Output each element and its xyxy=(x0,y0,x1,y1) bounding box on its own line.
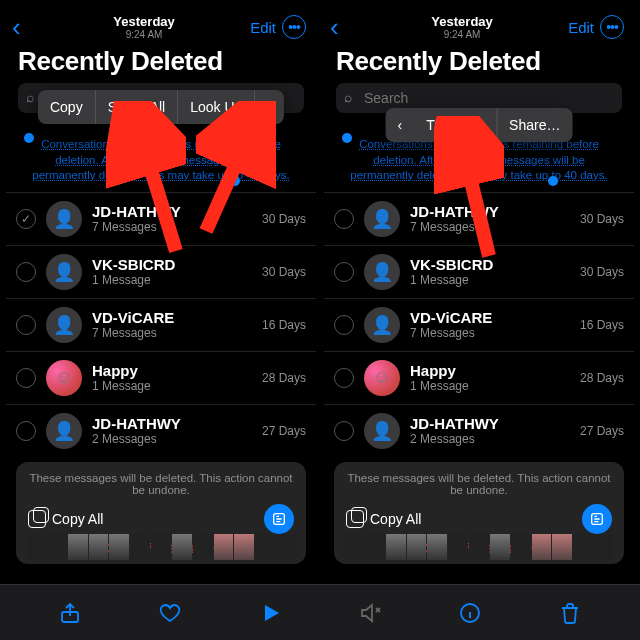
more-menu-icon[interactable]: ••• xyxy=(282,15,306,39)
page-title: Recently Deleted xyxy=(324,46,634,83)
avatar-photo: ☺ xyxy=(364,360,400,396)
nav-title: Yesterday 9:24 AM xyxy=(356,14,568,40)
edit-button[interactable]: Edit xyxy=(568,19,594,36)
row-checkbox[interactable] xyxy=(334,421,354,441)
search-icon: ⌕ xyxy=(26,89,34,105)
days-remaining: 16 Days xyxy=(262,318,306,332)
menu-copy[interactable]: Copy xyxy=(38,90,96,124)
days-remaining: 30 Days xyxy=(262,265,306,279)
list-item[interactable]: ☺ Happy1 Message 28 Days xyxy=(324,351,634,404)
row-checkbox[interactable] xyxy=(334,209,354,229)
copy-all-button[interactable]: Copy All xyxy=(28,510,103,528)
share-bubble-icon[interactable] xyxy=(582,504,612,534)
delete-warning-sheet: These messages will be deleted. This act… xyxy=(334,462,624,564)
more-menu-icon[interactable]: ••• xyxy=(600,15,624,39)
avatar-icon: 👤 xyxy=(46,254,82,290)
nav-title: Yesterday 9:24 AM xyxy=(38,14,250,40)
row-checkbox[interactable] xyxy=(334,368,354,388)
avatar-icon: 👤 xyxy=(46,307,82,343)
video-scrubber[interactable] xyxy=(26,534,296,560)
top-nav: ‹ Yesterday 9:24 AM Edit ••• xyxy=(6,6,316,46)
copy-all-button[interactable]: Copy All xyxy=(346,510,421,528)
list-item[interactable]: 👤 JD-HATHWY2 Messages 27 Days xyxy=(324,404,634,457)
days-remaining: 27 Days xyxy=(262,424,306,438)
red-arrow-annotation xyxy=(434,116,504,266)
list-item[interactable]: ☺ Happy1 Message 28 Days xyxy=(6,351,316,404)
menu-share[interactable]: Share… xyxy=(497,108,572,142)
days-remaining: 30 Days xyxy=(580,212,624,226)
days-remaining: 28 Days xyxy=(262,371,306,385)
edit-button[interactable]: Edit xyxy=(250,19,276,36)
days-remaining: 16 Days xyxy=(580,318,624,332)
left-pane: ‹ Yesterday 9:24 AM Edit ••• Recently De… xyxy=(6,6,316,584)
top-nav: ‹ Yesterday 9:24 AM Edit ••• xyxy=(324,6,634,46)
row-checkbox[interactable] xyxy=(16,315,36,335)
selection-handle-end[interactable] xyxy=(548,176,558,186)
list-item[interactable]: 👤 JD-HATHWY2 Messages 27 Days xyxy=(6,404,316,457)
mute-icon[interactable] xyxy=(357,600,383,626)
share-bubble-icon[interactable] xyxy=(264,504,294,534)
row-checkbox[interactable] xyxy=(16,209,36,229)
avatar-icon: 👤 xyxy=(46,201,82,237)
avatar-icon: 👤 xyxy=(364,307,400,343)
photo-viewer-toolbar xyxy=(0,584,640,640)
red-arrow-annotation xyxy=(106,101,186,261)
avatar-photo: ☺ xyxy=(46,360,82,396)
share-icon[interactable] xyxy=(57,600,83,626)
days-remaining: 28 Days xyxy=(580,371,624,385)
row-checkbox[interactable] xyxy=(16,368,36,388)
video-scrubber[interactable] xyxy=(344,534,614,560)
days-remaining: 27 Days xyxy=(580,424,624,438)
back-chevron-icon[interactable]: ‹ xyxy=(330,14,356,40)
avatar-icon: 👤 xyxy=(364,201,400,237)
row-checkbox[interactable] xyxy=(16,262,36,282)
copy-icon xyxy=(28,510,46,528)
search-icon: ⌕ xyxy=(344,89,352,105)
red-arrow-annotation xyxy=(196,101,276,241)
row-checkbox[interactable] xyxy=(334,315,354,335)
days-remaining: 30 Days xyxy=(580,265,624,279)
selection-handle-start[interactable] xyxy=(24,133,34,143)
list-item[interactable]: 👤 VD-ViCARE7 Messages 16 Days xyxy=(324,298,634,351)
list-item[interactable]: 👤 VD-ViCARE7 Messages 16 Days xyxy=(6,298,316,351)
avatar-icon: 👤 xyxy=(46,413,82,449)
avatar-icon: 👤 xyxy=(364,413,400,449)
copy-icon xyxy=(346,510,364,528)
page-title: Recently Deleted xyxy=(6,46,316,83)
heart-icon[interactable] xyxy=(157,600,183,626)
selection-handle-start[interactable] xyxy=(342,133,352,143)
row-checkbox[interactable] xyxy=(334,262,354,282)
avatar-icon: 👤 xyxy=(364,254,400,290)
delete-warning-sheet: These messages will be deleted. This act… xyxy=(16,462,306,564)
play-icon[interactable] xyxy=(257,600,283,626)
info-icon[interactable] xyxy=(457,600,483,626)
trash-icon[interactable] xyxy=(557,600,583,626)
row-checkbox[interactable] xyxy=(16,421,36,441)
right-pane: ‹ Yesterday 9:24 AM Edit ••• Recently De… xyxy=(324,6,634,584)
menu-prev-icon[interactable]: ‹ xyxy=(386,117,415,133)
back-chevron-icon[interactable]: ‹ xyxy=(12,14,38,40)
